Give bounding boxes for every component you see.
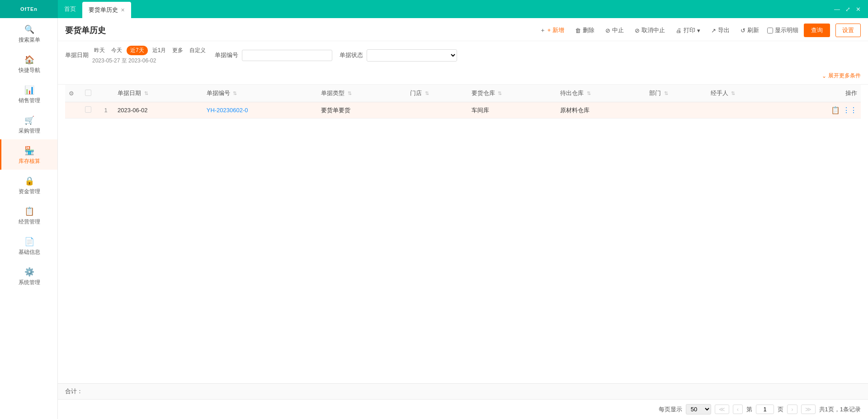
sidebar-item-label: 资金管理 [19,188,40,195]
doc-status-label: 单据状态 [340,51,363,59]
operations-mgmt-icon: 📋 [24,206,34,216]
sidebar-item-label: 基础信息 [19,248,40,256]
sort-doc-no-icon[interactable]: ⇅ [233,90,237,96]
edit-action-icon[interactable]: 📋 [831,106,840,114]
more-action-icon[interactable]: ⋮⋮ [843,106,857,114]
sidebar-item-sales-mgmt[interactable]: 📊 销售管理 [0,79,57,109]
expand-more-icon: ⌄ [822,73,826,79]
th-operation-label: 操作 [845,90,857,96]
sidebar-item-label: 销售管理 [19,97,40,105]
new-button[interactable]: ＋ + 新增 [537,24,567,36]
fund-mgmt-icon: 🔒 [24,176,34,186]
page-title: 要货单历史 [65,25,106,36]
date-range-display: 2023-05-27 至 2023-06-02 [92,57,208,65]
sidebar-item-label: 库存核算 [19,157,40,165]
setting-button[interactable]: 设置 [835,24,861,37]
basic-info-icon: 📄 [24,237,34,247]
gear-icon[interactable]: ⚙ [69,90,74,97]
date-last1month[interactable]: 近1月 [151,46,168,55]
sort-req-warehouse-icon[interactable]: ⇅ [498,90,502,96]
sort-pending-warehouse-icon[interactable]: ⇅ [587,90,591,96]
th-pending-warehouse-label: 待出仓库 [560,90,584,96]
page-jump-suffix: 页 [778,405,783,414]
th-doc-no: 单据编号 ⇅ [203,85,318,102]
export-icon: ↗ [711,27,716,34]
date-today[interactable]: 今天 [109,46,124,55]
last-page-button[interactable]: ≫ [801,405,816,414]
doc-no-link[interactable]: YH-20230602-0 [207,107,248,114]
first-page-button[interactable]: ≪ [715,405,729,414]
tab-requisition-history[interactable]: 要货单历史 ✕ [82,2,131,18]
page-size-select[interactable]: 50 20 100 200 [686,404,711,414]
prev-page-button[interactable]: ‹ [733,405,743,414]
window-maximize-icon[interactable]: ⤢ [845,6,850,13]
date-last7days[interactable]: 近7天 [127,46,148,55]
td-seq: 1 [98,102,114,119]
display-detail-checkbox[interactable] [767,28,773,33]
sidebar-item-purchase-mgmt[interactable]: 🛒 采购管理 [0,109,57,139]
sidebar-item-operations-mgmt[interactable]: 📋 经营管理 [0,200,57,230]
sort-department-icon[interactable]: ⇅ [664,90,668,96]
sidebar-item-fund-mgmt[interactable]: 🔒 资金管理 [0,170,57,200]
suspend-icon: ⊘ [605,27,610,34]
sidebar-item-search-menu[interactable]: 🔍 搜索菜单 [0,18,57,48]
th-doc-type: 单据类型 ⇅ [317,85,406,102]
sort-doc-type-icon[interactable]: ⇅ [348,90,352,96]
cancel-suspend-button[interactable]: ⊘ 取消中止 [632,24,668,36]
sidebar-item-inventory-calc[interactable]: 🏪 库存核算 [0,139,57,170]
tab-close-icon[interactable]: ✕ [121,7,125,13]
th-doc-type-label: 单据类型 [321,90,344,96]
main-content: 首页 要货单历史 ✕ — ⤢ ✕ 要货单历史 ＋ + 新增 🗑 删除 [58,0,868,419]
inventory-calc-icon: 🏪 [24,146,34,156]
th-doc-date-label: 单据日期 [118,90,141,96]
date-more[interactable]: 更多 [170,46,185,55]
select-all-checkbox[interactable] [85,90,91,96]
date-custom[interactable]: 自定义 [188,46,208,55]
doc-no-label: 单据编号 [215,51,238,59]
doc-no-filter-group: 单据编号 [215,50,332,61]
doc-status-select[interactable] [367,49,457,62]
sidebar-item-label: 经营管理 [19,218,40,226]
td-doc-type: 要货单要货 [317,102,406,119]
table-container: ⚙ 单据日期 ⇅ 单据编号 ⇅ [58,85,868,383]
th-handler-label: 经手人 [711,90,728,96]
print-button[interactable]: 🖨 打印 ▾ [673,24,703,36]
doc-no-input[interactable] [242,50,332,61]
th-doc-no-label: 单据编号 [207,90,230,96]
sidebar-item-label: 系统管理 [19,279,40,286]
window-minimize-icon[interactable]: — [834,6,840,13]
sidebar-item-basic-info[interactable]: 📄 基础信息 [0,230,57,261]
next-page-button[interactable]: › [787,405,797,414]
sidebar-item-system-mgmt[interactable]: ⚙️ 系统管理 [0,261,57,291]
th-handler: 经手人 ⇅ [707,85,782,102]
page-number-input[interactable] [756,405,774,414]
date-yesterday[interactable]: 昨天 [92,46,107,55]
delete-button[interactable]: 🗑 删除 [572,24,597,36]
tab-home[interactable]: 首页 [58,0,82,18]
display-detail-checkbox-label[interactable]: 显示明细 [767,26,798,34]
sidebar-item-label: 采购管理 [19,127,40,135]
td-handler [707,102,782,119]
export-button[interactable]: ↗ 导出 [708,24,732,36]
td-doc-date: 2023-06-02 [114,102,203,119]
row-checkbox[interactable] [85,106,91,113]
purchase-mgmt-icon: 🛒 [24,115,34,125]
window-close-icon[interactable]: ✕ [856,6,861,13]
refresh-button[interactable]: ↺ 刷新 [738,24,762,36]
suspend-button[interactable]: ⊘ 中止 [603,24,627,36]
sort-handler-icon[interactable]: ⇅ [731,90,735,96]
sort-doc-date-icon[interactable]: ⇅ [144,90,148,96]
page-header: 要货单历史 ＋ + 新增 🗑 删除 ⊘ 中止 ⊘ 取消中止 [58,18,868,41]
delete-icon: 🗑 [575,27,581,34]
sidebar-item-quick-nav[interactable]: 🏠 快捷导航 [0,48,57,79]
query-button[interactable]: 查询 [804,24,830,37]
date-filter-group: 单据日期 昨天 今天 近7天 近1月 更多 自定义 2023-05-27 至 2… [65,46,208,65]
pagination-bar: 每页显示 50 20 100 200 ≪ ‹ 第 页 › ≫ 共1页，1条记录 [58,399,868,419]
sort-store-icon[interactable]: ⇅ [425,90,429,96]
table-header-row: ⚙ 单据日期 ⇅ 单据编号 ⇅ [65,85,861,102]
expand-more-button[interactable]: ⌄ 展开更多条件 [822,72,861,80]
topbar-right: — ⤢ ✕ [834,6,868,13]
td-operation: 📋 ⋮⋮ [782,102,861,119]
print-dropdown-icon: ▾ [697,27,700,34]
th-department: 部门 ⇅ [646,85,707,102]
